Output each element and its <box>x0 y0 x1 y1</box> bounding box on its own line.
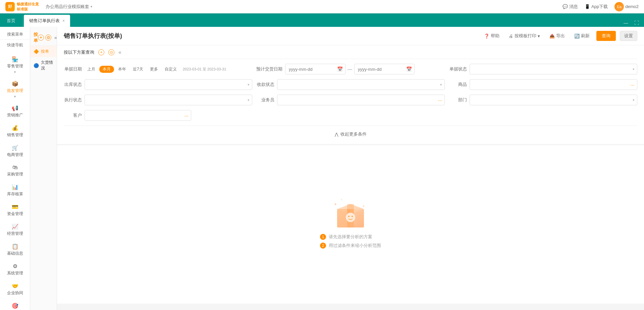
tab-minimize-button[interactable]: — <box>622 19 630 27</box>
sidebar-item-operation[interactable]: 📈 经营管理 <box>2 221 28 239</box>
sidebar-quick-nav[interactable]: 快捷导航 <box>0 41 30 49</box>
sub-sidebar-item-按单[interactable]: 🔶 按单 <box>30 46 57 57</box>
inventory-icon: 📊 <box>12 184 18 190</box>
filter-section-title: 按以下方案查询 <box>64 49 94 55</box>
avatar: Ea <box>614 2 624 11</box>
expected-date-from-wrap: 📅 <box>285 64 345 74</box>
breadcrumb-arrow-icon[interactable]: ▾ <box>91 5 92 8</box>
filter-panel: 按以下方案查询 + ⊙ « 单据日期 上月 本月 本年 近7天 更多 <box>57 45 644 144</box>
customer-label: 客户 <box>64 112 82 118</box>
svg-text:✦: ✦ <box>340 198 343 201</box>
sales-icon: 💰 <box>12 125 18 131</box>
header-right: 💬 消息 📱 App下载 Ea demo2 <box>562 2 639 11</box>
help-button[interactable]: ❓ 帮助 <box>481 32 502 40</box>
dept-control: ▾ <box>470 95 637 105</box>
enterprise-icon: 🤝 <box>12 283 18 289</box>
sidebar-item-purchase[interactable]: 🛍 采购管理 <box>2 162 28 180</box>
tab-maximize-button[interactable]: ⛶ <box>633 19 641 27</box>
sidebar-item-sales[interactable]: 💰 销售管理 <box>2 122 28 141</box>
customer-more-icon[interactable]: ··· <box>184 113 189 118</box>
cur-year-btn[interactable]: 本年 <box>115 66 129 73</box>
marketing-icon: 📢 <box>12 105 18 111</box>
last7-btn[interactable]: 近7天 <box>130 66 146 73</box>
sidebar-item-inventory[interactable]: 📊 库存核算 <box>2 181 28 200</box>
exec-status-input[interactable] <box>85 95 252 105</box>
out-status-control: ▾ <box>85 79 252 90</box>
print-dropdown-icon: ▾ <box>538 34 540 39</box>
top-header: 好 畅捷通好生意 标准版 办公用品行业模拟账套 ▾ 💬 消息 📱 App下载 E… <box>0 0 644 13</box>
filter-row-3: 执行状态 ▾ 业务员 ··· 部门 <box>64 95 637 105</box>
receipt-status-field: 收款状态 ▾ <box>256 79 445 90</box>
salesperson-field: 业务员 ··· <box>256 95 445 105</box>
out-status-input[interactable] <box>85 79 252 90</box>
sidebar: 搜索菜单 快捷导航 🏪 零售管理 ▾ 📦 批发管理 ▾ 📢 营销推广 💰 销售管… <box>0 27 30 310</box>
settings-button[interactable]: 设置 <box>620 31 637 41</box>
filter-add-button[interactable]: + <box>98 49 104 55</box>
salesperson-label: 业务员 <box>256 97 274 103</box>
basic-icon: 📋 <box>12 243 18 250</box>
dept-input[interactable] <box>470 95 637 105</box>
refresh-button[interactable]: 🔄 刷新 <box>572 32 592 40</box>
date-control: 上月 本月 本年 近7天 更多 自定义 2023-03-01 至 2023-03… <box>85 66 252 73</box>
user-menu[interactable]: Ea demo2 <box>614 2 639 11</box>
expected-date-to-wrap: 📅 <box>354 64 415 74</box>
sidebar-item-wholesale[interactable]: 📦 批发管理 ▾ <box>2 78 28 101</box>
product-input[interactable] <box>470 79 637 90</box>
sidebar-search-menu[interactable]: 搜索菜单 <box>0 30 30 40</box>
customer-control: ··· <box>85 110 191 121</box>
more-btn[interactable]: 更多 <box>147 66 161 73</box>
tab-home[interactable]: 首页 <box>0 15 22 27</box>
sidebar-item-basic[interactable]: 📋 基础信息 <box>2 241 28 259</box>
svg-text:✦: ✦ <box>362 204 365 208</box>
prev-month-btn[interactable]: 上月 <box>85 66 98 73</box>
sidebar-item-retail[interactable]: 🏪 零售管理 ▾ <box>2 53 28 76</box>
breadcrumb: 办公用品行业模拟账套 ▾ <box>46 4 92 10</box>
sidebar-item-system[interactable]: ⚙ 系统管理 <box>2 260 28 279</box>
expected-date-from-input[interactable] <box>285 64 345 74</box>
message-button[interactable]: 💬 消息 <box>562 4 578 10</box>
app-download-button[interactable]: 📱 App下载 <box>585 4 608 10</box>
receipt-status-input[interactable] <box>277 79 445 90</box>
tab-sales-order[interactable]: 销售订单执行表 × <box>24 15 70 27</box>
sub-sidebar-add-button[interactable]: + <box>38 35 44 41</box>
exec-status-label: 执行状态 <box>64 97 82 103</box>
salesperson-input[interactable] <box>277 95 445 105</box>
expected-date-to-input[interactable] <box>354 64 415 74</box>
custom-btn[interactable]: 自定义 <box>162 66 179 73</box>
message-icon: 💬 <box>562 4 568 9</box>
sidebar-item-newuser[interactable]: 🎯 新手引导 <box>2 300 28 310</box>
sidebar-item-ecommerce[interactable]: 🛒 电商管理 <box>2 142 28 160</box>
filter-collapse-icon[interactable]: « <box>118 49 121 55</box>
cur-month-btn[interactable]: 本月 <box>99 66 114 73</box>
collapse-up-icon: ⋀ <box>335 132 338 137</box>
date-separator: — <box>347 66 352 72</box>
operation-icon: 📈 <box>12 223 18 230</box>
filter-row-1: 单据日期 上月 本月 本年 近7天 更多 自定义 2023-03-01 至 20… <box>64 64 637 74</box>
hint-2-num: 2 <box>320 243 326 249</box>
hint-1-num: 1 <box>320 234 326 240</box>
wholesale-expand-icon: ▾ <box>14 95 16 98</box>
query-button[interactable]: 查询 <box>596 31 616 41</box>
doc-status-input[interactable] <box>470 64 637 74</box>
export-button[interactable]: 📤 导出 <box>547 32 568 40</box>
customer-input[interactable] <box>85 110 191 121</box>
sidebar-item-marketing[interactable]: 📢 营销推广 <box>2 102 28 121</box>
sub-sidebar-circle-button[interactable]: ⊙ <box>45 35 51 41</box>
empty-state: ✦ ✦ ✦ 1 请先选择要分析的方案 2 用过滤条件来缩小分析范围 <box>57 165 644 277</box>
collapse-button[interactable]: ⋀ 收起更多条件 <box>64 128 637 139</box>
print-button[interactable]: 🖨 按模板打印 ▾ <box>506 32 543 40</box>
content-area: 销售订单执行表(按单) ❓ 帮助 🖨 按模板打印 ▾ 📤 导出 🔄 刷新 <box>57 27 644 310</box>
salesperson-more-icon[interactable]: ··· <box>438 97 442 103</box>
tab-close-icon[interactable]: × <box>62 19 65 23</box>
date-label: 单据日期 <box>64 66 82 72</box>
help-icon: ❓ <box>484 34 489 39</box>
dept-field: 部门 ▾ <box>449 95 637 105</box>
download-icon: 📱 <box>585 4 590 9</box>
filter-circle-button[interactable]: ⊙ <box>108 49 114 55</box>
date-range-hint: 2023-03-01 至 2023-03-31 <box>183 67 226 72</box>
product-more-icon[interactable]: ··· <box>630 82 635 88</box>
sidebar-item-finance[interactable]: 💳 资金管理 <box>2 201 28 219</box>
sub-sidebar-item-欠货情况[interactable]: 🔵 欠货情况 <box>30 57 57 74</box>
sidebar-item-enterprise[interactable]: 🤝 企业协同 <box>2 280 28 299</box>
empty-hints: 1 请先选择要分析的方案 2 用过滤条件来缩小分析范围 <box>320 232 381 250</box>
